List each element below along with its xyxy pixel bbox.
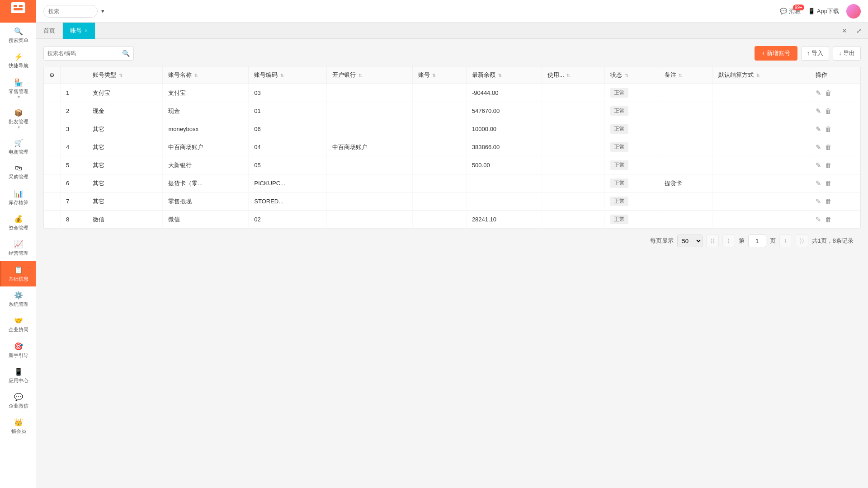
sidebar-item-label-retail-mgmt: 零售管理: [9, 88, 28, 94]
row-account: [412, 84, 466, 102]
delete-button[interactable]: 🗑: [825, 143, 832, 151]
row-status: 正常: [605, 156, 659, 174]
edit-button[interactable]: ✎: [816, 216, 821, 224]
row-remark: 提货卡: [659, 174, 712, 192]
edit-button[interactable]: ✎: [816, 125, 821, 133]
edit-button[interactable]: ✎: [816, 179, 821, 188]
edit-button[interactable]: ✎: [816, 143, 821, 151]
account-search-input[interactable]: [47, 50, 119, 56]
next-page-button[interactable]: ⟩: [779, 235, 792, 247]
sidebar-item-system-mgmt[interactable]: ⚙️ 系统管理: [0, 286, 36, 312]
status-badge: 正常: [610, 142, 628, 152]
row-actions: ✎ 🗑: [810, 174, 860, 192]
row-default-settlement: [712, 192, 810, 211]
delete-button[interactable]: 🗑: [825, 216, 832, 224]
row-usage: [542, 192, 604, 211]
edit-button[interactable]: ✎: [816, 197, 821, 206]
tab-account[interactable]: 账号 ×: [63, 23, 95, 39]
row-status: 正常: [605, 174, 659, 192]
svg-rect-2: [14, 8, 23, 10]
edit-button[interactable]: ✎: [816, 89, 821, 97]
tab-maximize-button[interactable]: ⤢: [854, 25, 864, 36]
beginner-guide-icon: 🎯: [14, 342, 23, 351]
col-bank[interactable]: 开户银行 ⇅: [326, 66, 412, 84]
edit-button[interactable]: ✎: [816, 161, 821, 169]
delete-button[interactable]: 🗑: [825, 179, 832, 188]
add-account-button[interactable]: + 新增账号: [755, 46, 797, 61]
header-search-input[interactable]: [43, 5, 98, 18]
col-name[interactable]: 账号名称 ⇅: [163, 66, 249, 84]
sidebar-item-search-menu[interactable]: 🔍 搜索菜单: [0, 23, 36, 48]
row-default-settlement: [712, 84, 810, 102]
sidebar-item-ecommerce-mgmt[interactable]: 🛒 电商管理: [0, 134, 36, 160]
table-header-row: ⚙ 账号类型 ⇅ 账号名称 ⇅ 账号编码 ⇅ 开户银行 ⇅ 账号 ⇅ 最新余额 …: [44, 66, 860, 84]
col-remark[interactable]: 备注 ⇅: [659, 66, 712, 84]
row-usage: [542, 174, 604, 192]
messages-button[interactable]: 💬 消息 99+: [780, 7, 801, 15]
sidebar-item-members[interactable]: 👑 畅会员: [0, 413, 36, 439]
col-usage[interactable]: 使用... ⇅: [542, 66, 604, 84]
col-settings[interactable]: ⚙: [44, 66, 61, 84]
tab-close-button[interactable]: ✕: [839, 25, 850, 36]
sidebar-item-operation-mgmt[interactable]: 📈 经营管理: [0, 235, 36, 261]
sidebar-item-label-beginner-guide: 新手引导: [9, 352, 28, 358]
accounts-table-container: ⚙ 账号类型 ⇅ 账号名称 ⇅ 账号编码 ⇅ 开户银行 ⇅ 账号 ⇅ 最新余额 …: [43, 66, 861, 229]
app-download-button[interactable]: 📱 App下载: [808, 7, 839, 15]
sidebar-item-purchase-mgmt[interactable]: 🛍 采购管理: [0, 160, 36, 184]
search-icon[interactable]: 🔍: [122, 50, 130, 57]
sidebar-item-wholesale-mgmt[interactable]: 📦 批发管理 ▾: [0, 104, 36, 134]
inventory-icon: 📊: [14, 189, 23, 198]
row-account: [412, 192, 466, 211]
row-account: [412, 120, 466, 138]
svg-rect-1: [19, 5, 23, 7]
row-name: 大新银行: [163, 156, 249, 174]
sidebar-item-inventory[interactable]: 📊 库存核算: [0, 185, 36, 210]
tab-close-icon[interactable]: ×: [85, 28, 88, 34]
import-button[interactable]: ↑ 导入: [801, 46, 829, 61]
row-status: 正常: [605, 102, 659, 120]
table-row: 7 其它 零售抵现 STORED... 正常 ✎ 🗑: [44, 192, 860, 211]
sidebar-item-retail-mgmt[interactable]: 🏪 零售管理 ▾: [0, 74, 36, 104]
last-page-button[interactable]: ⟩⟩: [796, 235, 808, 247]
col-balance[interactable]: 最新余额 ⇅: [466, 66, 542, 84]
row-bank: [326, 156, 412, 174]
sidebar-item-capital-mgmt[interactable]: 💰 资金管理: [0, 210, 36, 235]
sidebar-item-enterprise-agreement[interactable]: 🤝 企业协同: [0, 312, 36, 337]
row-usage: [542, 84, 604, 102]
col-account[interactable]: 账号 ⇅: [412, 66, 466, 84]
status-badge: 正常: [610, 106, 628, 116]
row-balance: 10000.00: [466, 120, 542, 138]
sidebar-item-app-center[interactable]: 📱 应用中心: [0, 363, 36, 388]
sidebar-item-quick-nav[interactable]: ⚡ 快捷导航: [0, 48, 36, 73]
row-balance: -90444.00: [466, 84, 542, 102]
sidebar-item-enterprise-wechat[interactable]: 💬 企业微信: [0, 388, 36, 413]
page-size-select[interactable]: 50 10 20 100: [677, 235, 703, 247]
col-code[interactable]: 账号编码 ⇅: [249, 66, 327, 84]
sidebar-item-beginner-guide[interactable]: 🎯 新手引导: [0, 338, 36, 363]
page-number-input[interactable]: [748, 235, 766, 247]
delete-button[interactable]: 🗑: [825, 89, 832, 97]
close-window-icon: ✕: [842, 27, 847, 34]
export-button[interactable]: ↓ 导出: [833, 46, 861, 61]
accounts-table: ⚙ 账号类型 ⇅ 账号名称 ⇅ 账号编码 ⇅ 开户银行 ⇅ 账号 ⇅ 最新余额 …: [44, 66, 860, 229]
prev-page-button[interactable]: ⟨: [722, 235, 735, 247]
sidebar-item-label-search-menu: 搜索菜单: [9, 37, 28, 43]
delete-button[interactable]: 🗑: [825, 125, 832, 133]
col-status[interactable]: 状态 ⇅: [605, 66, 659, 84]
edit-button[interactable]: ✎: [816, 107, 821, 115]
tab-actions: ✕ ⤢: [839, 25, 868, 36]
col-default-settlement[interactable]: 默认结算方式 ⇅: [712, 66, 810, 84]
user-avatar[interactable]: [846, 4, 861, 19]
row-code: 06: [249, 120, 327, 138]
delete-button[interactable]: 🗑: [825, 197, 832, 206]
col-type[interactable]: 账号类型 ⇅: [87, 66, 163, 84]
first-page-button[interactable]: ⟨⟨: [706, 235, 719, 247]
delete-button[interactable]: 🗑: [825, 161, 832, 169]
header-dropdown[interactable]: ▾: [101, 8, 104, 14]
delete-button[interactable]: 🗑: [825, 107, 832, 115]
sidebar-item-basic-info[interactable]: 📋 基础信息: [0, 261, 36, 286]
row-type: 现金: [87, 102, 163, 120]
row-index: 6: [61, 174, 87, 192]
tab-home[interactable]: 首页: [36, 23, 63, 39]
quick-nav-icon: ⚡: [14, 52, 23, 61]
